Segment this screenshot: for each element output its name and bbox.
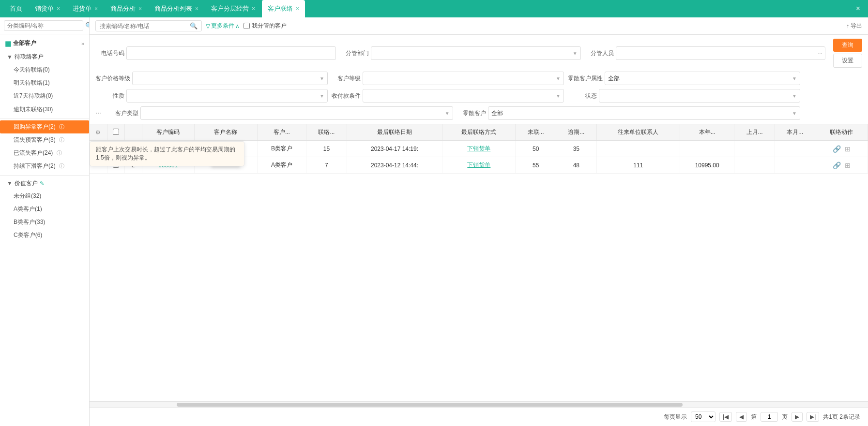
grid-icon: ▦ — [5, 40, 11, 47]
more-conditions-button[interactable]: ▽ 更多条件 ∧ — [206, 22, 240, 30]
nav-customer-segment[interactable]: 客户分层经营 × — [205, 0, 261, 17]
horizontal-scroll-bar[interactable] — [90, 401, 868, 407]
col-header-no-contact[interactable]: 未联... — [516, 124, 556, 141]
phone-input[interactable] — [126, 46, 336, 60]
nav-product-analysis[interactable]: 商品分析 × — [105, 0, 148, 17]
sidebar-item-overdue-pending[interactable]: 逾期未联络(30) — [0, 103, 89, 116]
filter-icon: ▽ — [206, 23, 210, 29]
sidebar-item-class-c[interactable]: C类客户(6) — [0, 229, 89, 242]
gender-select[interactable]: ▼ — [126, 89, 328, 103]
filter-cell-retail-attr: 零散客户属性 全部 ▼ — [568, 72, 800, 85]
status-select[interactable]: ▼ — [599, 89, 800, 103]
sidebar-item-tomorrow-pending[interactable]: 明天待联络(1) — [0, 76, 89, 89]
sidebar-item-repurchase-abnormal[interactable]: 回购异常客户(2) ⓘ — [0, 120, 89, 133]
col-header-name[interactable]: 客户名称 — [194, 124, 257, 141]
phone-label: 电话号码 — [95, 49, 124, 58]
nav-purchase-order[interactable]: 进货单 × — [67, 0, 104, 17]
row2-link-icon[interactable]: 🔗 — [833, 162, 841, 169]
row2-qr-icon[interactable]: ⊞ — [845, 162, 851, 169]
payment-label: 收付款条件 — [332, 92, 361, 100]
page-last-button[interactable]: ▶| — [807, 412, 819, 422]
row1-last-contact-method[interactable]: 下销货单 — [442, 141, 516, 157]
sidebar-item-declining[interactable]: 持续下滑客户(2) ⓘ — [0, 160, 89, 173]
close-customer-segment-icon[interactable]: × — [252, 5, 255, 12]
sidebar-item-class-a[interactable]: A类客户(1) — [0, 203, 89, 216]
sidebar-item-class-b[interactable]: B类客户(33) — [0, 216, 89, 229]
sidebar-item-churned[interactable]: 已流失客户(24) ⓘ — [0, 147, 89, 160]
more-dots-icon[interactable]: ··· — [95, 109, 102, 118]
export-button[interactable]: ↑ 导出 — [846, 22, 862, 30]
row1-link-method[interactable]: 下销货单 — [467, 145, 490, 152]
caret-dept-icon: ▼ — [573, 51, 578, 56]
close-sales-order-icon[interactable]: × — [57, 5, 60, 12]
per-page-select[interactable]: 50 20 100 — [691, 411, 716, 422]
caret-gender-icon: ▼ — [320, 93, 324, 99]
page-prefix-label: 第 — [751, 413, 757, 421]
sidebar-search-input[interactable] — [4, 20, 83, 31]
nav-sales-order[interactable]: 销货单 × — [29, 0, 66, 17]
filter-cell-payment: 收付款条件 ▼ — [332, 89, 564, 103]
col-header-last-contact-date[interactable]: 最后联络日期 — [347, 124, 442, 141]
col-header-overdue[interactable]: 逾期... — [556, 124, 597, 141]
col-header-last-month[interactable]: 上月... — [734, 124, 775, 141]
sidebar-item-ungrouped[interactable]: 未分组(32) — [0, 190, 89, 203]
close-product-analysis-icon[interactable]: × — [138, 5, 142, 12]
page-suffix-label: 页 — [782, 413, 788, 421]
page-next-button[interactable]: ▶ — [792, 412, 803, 422]
row2-contact-count: 7 — [306, 157, 347, 174]
sidebar-section-value-header[interactable]: ▼ 价值客户 ✎ — [0, 177, 89, 190]
price-level-select[interactable]: ▼ — [132, 72, 328, 85]
nav-customer-contact[interactable]: 客户联络 × — [262, 0, 305, 17]
retail-customer-select[interactable]: 全部 ▼ — [488, 106, 800, 120]
row2-link-method[interactable]: 下销货单 — [467, 162, 490, 168]
page-number-input[interactable] — [761, 412, 778, 422]
sidebar-tree: ▦ 全部客户 » ▼ 待联络客户 今天待联络(0) 明天待联络(1) 近7天待联… — [0, 34, 89, 426]
dept-select[interactable]: ▼ — [371, 46, 580, 60]
edit-value-icon[interactable]: ✎ — [40, 180, 44, 187]
sidebar-item-7days-pending[interactable]: 近7天待联络(0) — [0, 89, 89, 103]
info-icon: ⓘ — [59, 124, 64, 130]
settings-button[interactable]: 设置 — [833, 54, 862, 68]
filter-search-icon[interactable]: 🔍 — [190, 22, 198, 29]
col-header-code[interactable]: 客户编码 — [142, 124, 194, 141]
close-customer-contact-icon[interactable]: × — [296, 5, 299, 12]
query-button[interactable]: 查询 — [833, 39, 862, 52]
row2-last-month — [734, 157, 775, 174]
customer-level-select[interactable]: ▼ — [363, 72, 564, 85]
table-settings-icon[interactable]: ⚙ — [95, 129, 101, 136]
sidebar-search-icon[interactable]: 🔍 — [85, 22, 90, 29]
col-header-last-contact-method[interactable]: 最后联络方式 — [442, 124, 516, 141]
sidebar-root-item[interactable]: ▦ 全部客户 » — [0, 36, 89, 50]
col-header-contact-person[interactable]: 往来单位联系人 — [596, 124, 680, 141]
payment-select[interactable]: ▼ — [363, 89, 564, 103]
close-product-analysis-list-icon[interactable]: × — [195, 5, 198, 12]
select-all-checkbox[interactable] — [113, 129, 119, 135]
scroll-thumb[interactable] — [177, 403, 683, 407]
page-first-button[interactable]: |◀ — [719, 412, 732, 422]
my-customers-checkbox[interactable] — [244, 23, 250, 29]
customer-type-select[interactable]: ▼ — [140, 106, 453, 120]
filter-cell-manager: 分管人员 ··· — [585, 46, 825, 60]
row2-last-contact-method[interactable]: 下销货单 — [442, 157, 516, 174]
close-purchase-order-icon[interactable]: × — [94, 5, 98, 12]
nav-home[interactable]: 首页 — [4, 0, 28, 17]
sidebar-item-today-pending[interactable]: 今天待联络(0) — [0, 63, 89, 76]
row1-link-icon[interactable]: 🔗 — [833, 145, 841, 153]
col-header-type[interactable]: 客户... — [257, 124, 306, 141]
col-header-this-year[interactable]: 本年... — [680, 124, 734, 141]
row1-qr-icon[interactable]: ⊞ — [845, 145, 851, 153]
manager-select[interactable]: ··· — [616, 46, 825, 60]
filter-cell-customer-type: 客户类型 ▼ — [109, 106, 453, 120]
collapse-icon[interactable]: » — [81, 41, 84, 46]
sidebar-item-churn-warning[interactable]: 流失预警客户(3) ⓘ — [0, 133, 89, 147]
col-header-settings[interactable]: ⚙ — [90, 124, 107, 141]
col-header-contact-count[interactable]: 联络... — [306, 124, 347, 141]
nav-product-analysis-list[interactable]: 商品分析列表 × — [149, 0, 204, 17]
page-prev-button[interactable]: ◀ — [736, 412, 747, 422]
retail-attr-select[interactable]: 全部 ▼ — [605, 72, 800, 85]
filter-search-input[interactable] — [100, 23, 188, 29]
col-header-this-month[interactable]: 本月... — [775, 124, 815, 141]
sidebar-section-pending-header[interactable]: ▼ 待联络客户 — [0, 50, 89, 63]
content-area: 🔍 ▽ 更多条件 ∧ 我分管的客户 ↑ 导出 距客户上次交易时长，超过了此客户的… — [90, 17, 868, 426]
close-all-tabs-button[interactable]: × — [852, 4, 864, 13]
